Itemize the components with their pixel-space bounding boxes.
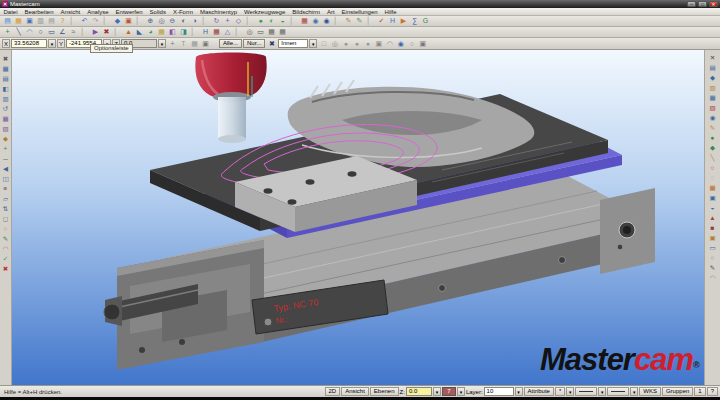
select-vector-icon[interactable]: ● — [351, 39, 362, 49]
menu-werkzeugwege[interactable]: Werkzeugwege — [240, 8, 288, 16]
select-all-button[interactable]: Alle... — [219, 39, 242, 48]
status-wks-button[interactable]: WKS — [639, 387, 661, 396]
rt-null-icon[interactable]: ○ — [707, 253, 719, 263]
mru-level-icon[interactable]: ▧ — [0, 124, 12, 134]
menu-entwerfen[interactable]: Entwerfen — [112, 8, 146, 16]
status-gruppen-button[interactable]: Gruppen — [662, 387, 693, 396]
z-caret-icon[interactable]: ▾ — [158, 39, 166, 48]
menu-ansicht[interactable]: Ansicht — [57, 8, 84, 16]
create-circle-icon[interactable]: ○ — [35, 27, 46, 37]
new-file-icon[interactable]: ▤ — [2, 16, 13, 26]
separator[interactable]: ▏ — [244, 16, 255, 26]
zoom-in-out-icon[interactable]: ⊖ — [167, 16, 178, 26]
status-point-style-caret-icon[interactable]: ▾ — [566, 387, 574, 396]
rt-levels-icon[interactable]: ▦ — [707, 93, 719, 103]
x-coordinate-field[interactable]: 33.56208 — [11, 39, 47, 48]
dynamic-rotate-icon[interactable]: ↻ — [211, 16, 222, 26]
wireframe-view-icon[interactable]: ◐ — [266, 16, 277, 26]
operations-manager-icon[interactable]: ∑ — [409, 16, 420, 26]
rt-cam-icon[interactable]: ▣ — [707, 233, 719, 243]
mru-fillet-icon[interactable]: ◠ — [0, 244, 12, 254]
zoom-window-icon[interactable]: ⊕ — [145, 16, 156, 26]
surface-trim-icon[interactable]: ◨ — [178, 27, 189, 37]
status-line-width-caret-icon[interactable]: ▾ — [630, 387, 638, 396]
print-preview-icon[interactable]: ▤ — [46, 16, 57, 26]
material-view-icon[interactable]: ◒ — [277, 16, 288, 26]
solids-history-icon[interactable]: H — [200, 27, 211, 37]
unzoom-icon[interactable]: ◐ — [178, 16, 189, 26]
cursor-config-icon[interactable]: ▦ — [189, 39, 200, 49]
menu-hilfe[interactable]: Hilfe — [381, 8, 400, 16]
rt-expand-icon[interactable]: ✕ — [707, 53, 719, 63]
close-button[interactable]: ✕ — [709, 1, 718, 7]
rt-analyze-icon[interactable]: ◆ — [707, 73, 719, 83]
save-icon[interactable]: ▣ — [24, 16, 35, 26]
separator[interactable]: ▏ — [365, 16, 376, 26]
mru-rotate-icon[interactable]: ↺ — [0, 104, 12, 114]
menu-analyse[interactable]: Analyse — [84, 8, 112, 16]
separator[interactable]: ▏ — [233, 27, 244, 37]
x-coordinate-label[interactable]: X — [2, 39, 10, 48]
menu-x-form[interactable]: X-Form — [169, 8, 196, 16]
rt-key-icon[interactable]: ✎ — [707, 263, 719, 273]
mru-star-icon[interactable]: ✖ — [0, 264, 12, 274]
menu-datei[interactable]: Datei — [0, 8, 21, 16]
separator[interactable]: ▏ — [200, 16, 211, 26]
open-file-icon[interactable]: ▦ — [13, 16, 24, 26]
create-line-icon[interactable]: ╲ — [13, 27, 24, 37]
brush-style-icon[interactable]: ✎ — [354, 16, 365, 26]
status-point-style-select[interactable]: * — [555, 387, 565, 396]
backplot-icon[interactable]: ▶ — [398, 16, 409, 26]
rt-globe-icon[interactable]: ● — [707, 133, 719, 143]
measure-icon[interactable]: ◎ — [244, 27, 255, 37]
rt-grid-icon[interactable]: ▦ — [707, 183, 719, 193]
status-split1-button[interactable]: 1 — [694, 387, 705, 396]
separator[interactable]: ▏ — [288, 16, 299, 26]
separator[interactable]: ▏ — [332, 16, 343, 26]
status-split2-button[interactable]: ? — [707, 387, 718, 396]
menu-bildschirm[interactable]: Bildschirm — [289, 8, 324, 16]
gview-dropdown-icon[interactable]: ◉ — [310, 16, 321, 26]
status-line-width-select[interactable] — [607, 387, 629, 396]
surface-sweep-icon[interactable]: ◕ — [145, 27, 156, 37]
autocursor-icon[interactable]: + — [167, 39, 178, 49]
separator[interactable]: ▏ — [68, 16, 79, 26]
status-ansicht-button[interactable]: Ansicht — [341, 387, 369, 396]
select-area-icon[interactable]: ● — [362, 39, 373, 49]
separator[interactable]: ▏ — [79, 27, 90, 37]
mru-grid-icon[interactable]: ▦ — [0, 114, 12, 124]
separator[interactable]: ▏ — [189, 27, 200, 37]
separator[interactable]: ▏ — [134, 16, 145, 26]
status-z-caret-icon[interactable]: ▾ — [433, 387, 441, 396]
selection-fan-icon[interactable]: ✖ — [266, 39, 277, 49]
rt-shade-icon[interactable]: ◉ — [707, 113, 719, 123]
mru-analyze-icon[interactable]: ◆ — [0, 134, 12, 144]
rt-book-icon[interactable]: ▣ — [707, 193, 719, 203]
select-last-icon[interactable]: ▣ — [417, 39, 428, 49]
graphics-viewport[interactable]: Typ: NC 70 Nr.: Mastercam® — [12, 50, 704, 385]
bounding-box-icon[interactable]: ▭ — [255, 27, 266, 37]
status-line-style-caret-icon[interactable]: ▾ — [598, 387, 606, 396]
fit-screen-icon[interactable]: ◇ — [233, 16, 244, 26]
status-color-swatch[interactable]: 7 — [442, 387, 456, 396]
separator[interactable]: ▏ — [112, 27, 123, 37]
create-arc-icon[interactable]: ◠ — [24, 27, 35, 37]
status-2d-button[interactable]: 2D — [325, 387, 341, 396]
select-only-button[interactable]: Nur... — [243, 39, 265, 48]
planes-dropdown-icon[interactable]: ◉ — [321, 16, 332, 26]
mru-box-icon[interactable]: ◻ — [0, 214, 12, 224]
status-attribute-button[interactable]: Attribute — [524, 387, 554, 396]
mru-back-icon[interactable]: ◀ — [0, 164, 12, 174]
unzoom-previous-icon[interactable]: ◑ — [189, 16, 200, 26]
mru-view-icon[interactable]: ◫ — [0, 174, 12, 184]
status-ebenen-button[interactable]: Ebenen — [370, 387, 399, 396]
rt-page-icon[interactable]: ▥ — [707, 83, 719, 93]
rt-photo-icon[interactable]: ▭ — [707, 243, 719, 253]
mru-repaint-icon[interactable]: ▦ — [0, 64, 12, 74]
create-spline-icon[interactable]: ≈ — [68, 27, 79, 37]
mru-circle-icon[interactable]: ○ — [0, 224, 12, 234]
post-gcode-icon[interactable]: G — [420, 16, 431, 26]
select-window-icon[interactable]: ◎ — [329, 39, 340, 49]
y-coordinate-label[interactable]: Y — [57, 39, 65, 48]
status-color-caret-icon[interactable]: ▾ — [457, 387, 465, 396]
